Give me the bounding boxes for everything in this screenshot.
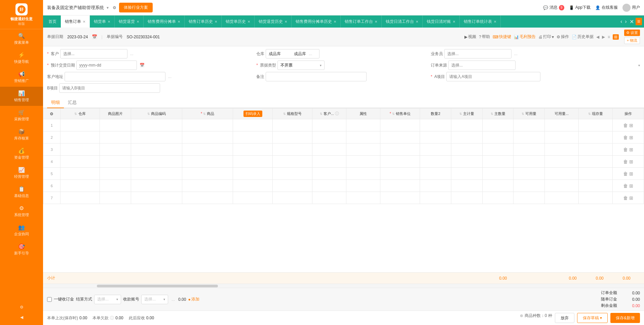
row-code[interactable] [131,144,182,156]
row-attr[interactable] [346,131,380,144]
row-qty2[interactable] [420,180,451,192]
row-spec[interactable] [273,119,312,131]
tab-expense-history[interactable]: 销售费用分摊单历史 ✕ [292,15,341,28]
row-main-qty[interactable] [482,156,514,168]
profit-action[interactable]: 📊 毛利预告 [514,34,536,40]
view-list-icon[interactable]: ≡ [608,35,610,39]
tab-sales-order[interactable]: 销售订单 ✕ [61,15,90,28]
row-main-qty[interactable] [482,180,514,192]
row-avail[interactable] [514,144,545,156]
tab-sales-invoice[interactable]: 销货单 ✕ [90,15,115,28]
row-main-qty[interactable] [482,119,514,131]
salesperson-expand-icon[interactable]: ... [513,51,519,56]
messages-button[interactable]: 💬 消息 9 [543,5,564,10]
row-code[interactable] [131,180,182,192]
preview-action[interactable]: ▶ 视频 [464,34,476,40]
row-attr[interactable] [346,180,380,192]
row-warehouse[interactable] [60,192,100,204]
row-qty2[interactable] [420,192,451,204]
a-project-input[interactable] [446,72,540,81]
row-unit[interactable] [380,180,420,192]
row-stock[interactable] [579,156,613,168]
customer-expand-icon[interactable]: ... [129,51,135,56]
col-main-qty[interactable]: ⇅ 主数量 [482,109,514,119]
row-avail2[interactable] [545,119,579,131]
row-code[interactable] [131,192,182,204]
row-customer-code[interactable] [312,119,346,131]
b-project-input[interactable] [59,83,160,93]
tab-summary[interactable]: 汇总 [64,97,81,108]
customer-input[interactable] [60,49,127,58]
sidebar-item-basic-info[interactable]: 📋 基础信息 [0,182,43,202]
col-main-unit[interactable]: ⇅ 主计量 [451,109,483,119]
row-product[interactable] [182,156,233,168]
nav-next-icon[interactable]: ▶ [602,35,605,39]
tab-detail[interactable]: 明细 [47,97,64,108]
row-unit[interactable] [380,144,420,156]
note-input[interactable] [266,72,367,81]
row-avail[interactable] [514,131,545,144]
row-warehouse[interactable] [60,131,100,144]
row-spec[interactable] [273,192,312,204]
row-avail[interactable] [514,156,545,168]
col-stock[interactable]: ⇅ 现存量 [579,109,613,119]
row-code[interactable] [131,168,182,180]
copy-icon[interactable]: ⊞ [629,135,633,140]
row-stock[interactable] [579,192,613,204]
copy-icon[interactable]: ⊞ [629,195,633,201]
invoice-dropdown[interactable]: 不开票 ▾ [277,60,325,70]
industry-solution-button[interactable]: 体验行业方案 [119,3,153,12]
settings-button[interactable]: ⚙ 设置 [624,30,640,36]
tab-statistics[interactable]: 销售订单统计表 ✕ [460,15,501,28]
row-avail[interactable] [514,119,545,131]
row-avail[interactable] [514,180,545,192]
sidebar-item-system[interactable]: ⚙ 系统管理 [0,202,43,221]
tab-close-icon[interactable]: ✕ [178,20,180,24]
copy-icon[interactable]: ⊞ [629,147,633,152]
col-sales-unit[interactable]: * ⇅ 销售单位 [380,109,420,119]
row-customer-code[interactable] [312,168,346,180]
delete-icon[interactable]: 🗑 [623,195,628,201]
row-qty2[interactable] [420,168,451,180]
row-customer-code[interactable] [312,192,346,204]
delete-icon[interactable]: 🗑 [623,135,628,140]
row-main-unit[interactable] [451,119,483,131]
app-download-button[interactable]: 📱 App下载 [569,5,591,10]
tab-sales-return[interactable]: 销货退货 ✕ [115,15,144,28]
row-warehouse[interactable] [60,144,100,156]
row-attr[interactable] [346,119,380,131]
row-avail[interactable] [514,168,545,180]
user-avatar[interactable]: 用户 [622,4,640,12]
row-product[interactable] [182,144,233,156]
row-customer-code[interactable] [312,131,346,144]
row-warehouse[interactable] [60,180,100,192]
row-customer-code[interactable] [312,144,346,156]
col-product-code[interactable]: ⇅ 商品编码 [131,109,182,119]
row-avail2[interactable] [545,131,579,144]
row-main-unit[interactable] [451,180,483,192]
row-main-qty[interactable] [482,168,514,180]
module-dropdown-arrow[interactable]: ▾ [107,5,109,10]
save-draft-button[interactable]: 保存草稿 ▾ [577,313,608,323]
delete-icon[interactable]: 🗑 [623,123,628,128]
row-code[interactable] [131,131,182,144]
sidebar-collapse[interactable]: ◀ [0,312,43,322]
row-avail2[interactable] [545,168,579,180]
row-qty2[interactable] [420,131,451,144]
discard-button[interactable]: 放弃 [555,313,574,323]
row-avail2[interactable] [545,156,579,168]
tab-close-icon[interactable]: ✕ [285,20,287,24]
tab-close-icon[interactable]: ✕ [83,20,85,24]
row-qty2[interactable] [420,156,451,168]
row-product[interactable] [182,168,233,180]
col-available[interactable]: ⇅ 可用量 [514,109,545,119]
row-unit[interactable] [380,131,420,144]
row-attr[interactable] [346,168,380,180]
copy-icon[interactable]: ⊞ [629,171,633,176]
row-code[interactable] [131,119,182,131]
tab-home[interactable]: 首页 [44,15,61,28]
row-avail2[interactable] [545,144,579,156]
delivery-date-input[interactable] [76,60,137,70]
row-qty2[interactable] [420,144,451,156]
sidebar-item-search[interactable]: 🔍 搜索菜单 [0,29,43,48]
